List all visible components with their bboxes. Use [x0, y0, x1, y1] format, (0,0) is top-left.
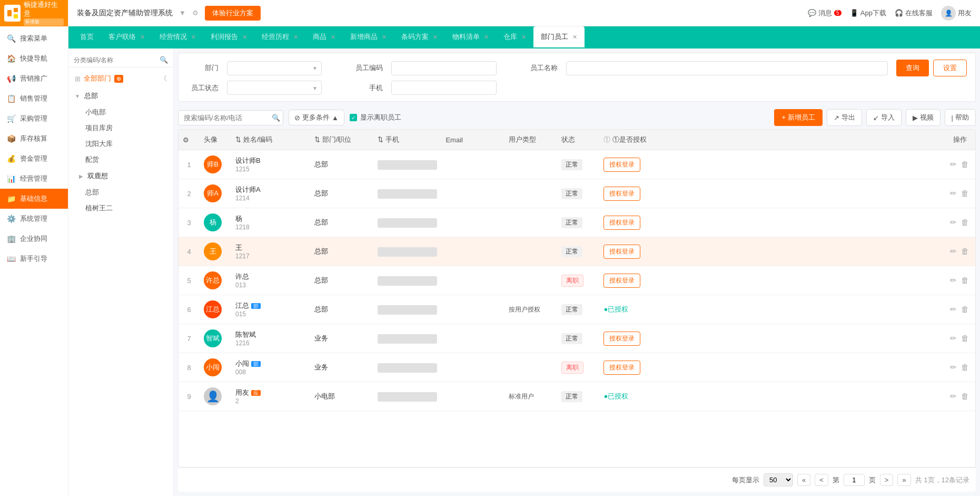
trial-btn[interactable]: 体验行业方案 — [205, 6, 261, 21]
import-btn[interactable]: ↙ 导入 — [866, 109, 902, 126]
message-btn[interactable]: 💬 消息 5 — [808, 8, 842, 18]
online-service-btn[interactable]: 🎧 在线客服 — [895, 8, 933, 18]
delete-icon[interactable]: 🗑 — [961, 363, 969, 372]
dept-child-shenyang[interactable]: 沈阳大库 — [68, 136, 173, 152]
delete-icon[interactable]: 🗑 — [961, 160, 969, 169]
emp-name-input[interactable] — [566, 61, 888, 75]
edit-icon[interactable]: ✏ — [950, 218, 957, 227]
user-menu[interactable]: 👤 用友 — [941, 6, 972, 21]
page-input[interactable] — [844, 474, 865, 486]
export-btn[interactable]: ↗ 导出 — [827, 109, 862, 126]
tab-goods[interactable]: 商品 ✕ — [305, 26, 343, 48]
edit-icon[interactable]: ✏ — [950, 247, 957, 256]
sidebar-item-quick-nav[interactable]: 🏠 快捷导航 — [0, 48, 68, 69]
auth-btn[interactable]: 授权登录 — [603, 332, 640, 346]
sidebar-item-sales[interactable]: 📋 销售管理 — [0, 89, 68, 109]
dept-collapse-icon[interactable]: 《 — [160, 74, 167, 83]
tab-close-warehouse[interactable]: ✕ — [521, 34, 526, 41]
auth-btn[interactable]: 授权登录 — [603, 274, 640, 288]
sidebar-item-guide[interactable]: 📖 新手引导 — [0, 249, 68, 269]
search-input[interactable] — [178, 110, 283, 125]
tab-home[interactable]: 首页 — [73, 26, 101, 48]
delete-icon[interactable]: 🗑 — [961, 276, 969, 285]
auth-btn[interactable]: 授权登录 — [603, 245, 640, 259]
tab-history[interactable]: 经营历程 ✕ — [254, 26, 305, 48]
delete-icon[interactable]: 🗑 — [961, 392, 969, 401]
tab-close-goods[interactable]: ✕ — [331, 34, 335, 41]
show-resigned-checkbox[interactable] — [350, 114, 357, 121]
dept-child-xiangmu[interactable]: 项目库房 — [68, 120, 173, 136]
auth-btn[interactable]: 授权登录 — [603, 187, 640, 201]
tab-close-dept-staff[interactable]: ✕ — [572, 34, 577, 41]
th-phone[interactable]: ⇅ 手机 — [373, 130, 441, 150]
tab-close-customer[interactable]: ✕ — [140, 34, 145, 41]
app-download-btn[interactable]: 📱 App下载 — [850, 8, 886, 18]
emp-status-select[interactable] — [227, 81, 322, 95]
tab-close-operations[interactable]: ✕ — [191, 34, 196, 41]
sidebar-item-marketing[interactable]: 📢 营销推广 — [0, 69, 68, 89]
dept-child-zongbu[interactable]: 总部 — [68, 184, 173, 200]
dept-node-zongbu-parent[interactable]: ▼ 总部 — [68, 87, 173, 104]
th-name[interactable]: ⇅ 姓名/编码 — [231, 130, 310, 150]
tab-new-goods[interactable]: 新增商品 ✕ — [343, 26, 394, 48]
emp-code-input[interactable] — [391, 61, 497, 75]
prev-page-btn[interactable]: < — [815, 474, 828, 486]
edit-icon[interactable]: ✏ — [950, 160, 957, 169]
sidebar-item-basic-info[interactable]: 📁 基础信息 — [0, 189, 68, 209]
dept-node-shuanglu[interactable]: ▶ 双鹿想 — [68, 168, 173, 184]
add-employee-btn[interactable]: + 新增员工 — [774, 109, 822, 126]
tab-close-bom[interactable]: ✕ — [484, 34, 489, 41]
sidebar-item-search-menu[interactable]: 🔍 搜索菜单 — [0, 28, 68, 48]
tab-close-history[interactable]: ✕ — [293, 34, 298, 41]
dept-search-icon[interactable]: 🔍 — [160, 56, 168, 64]
tab-close-profit[interactable]: ✕ — [242, 34, 247, 41]
delete-icon[interactable]: 🗑 — [961, 334, 969, 343]
last-page-btn[interactable]: » — [897, 474, 910, 486]
auth-btn[interactable]: 授权登录 — [603, 158, 640, 172]
tab-bom[interactable]: 物料清单 ✕ — [445, 26, 496, 48]
edit-icon[interactable]: ✏ — [950, 189, 957, 198]
next-page-btn[interactable]: > — [880, 474, 894, 486]
dept-edit-icon[interactable]: ⊕ — [114, 75, 123, 83]
edit-icon[interactable]: ✏ — [950, 276, 957, 285]
edit-icon[interactable]: ✏ — [950, 305, 957, 314]
tab-close-barcode[interactable]: ✕ — [433, 34, 438, 41]
dept-child-xiaodianbu[interactable]: 小电部 — [68, 104, 173, 120]
sidebar-item-inventory[interactable]: 📦 库存核算 — [0, 129, 68, 149]
settings-icon[interactable]: ⚙ — [183, 136, 189, 144]
dept-all-label[interactable]: 全部部门 — [84, 74, 111, 83]
per-page-select[interactable]: 50 100 — [764, 473, 793, 487]
help-btn[interactable]: | 帮助 — [945, 109, 976, 126]
tab-warehouse[interactable]: 仓库 ✕ — [496, 26, 533, 48]
auth-btn[interactable]: 授权登录 — [603, 361, 640, 375]
query-btn[interactable]: 查询 — [896, 60, 929, 76]
delete-icon[interactable]: 🗑 — [961, 305, 969, 314]
search-submit-icon[interactable]: 🔍 — [272, 114, 280, 122]
set-btn[interactable]: 设置 — [933, 60, 967, 76]
sidebar-item-finance[interactable]: 💰 资金管理 — [0, 149, 68, 169]
sidebar-item-system[interactable]: ⚙️ 系统管理 — [0, 209, 68, 229]
tab-operations[interactable]: 经营情况 ✕ — [152, 26, 203, 48]
show-resigned-toggle[interactable]: 显示离职员工 — [350, 113, 401, 122]
tab-close-new-goods[interactable]: ✕ — [382, 34, 387, 41]
first-page-btn[interactable]: « — [797, 474, 810, 486]
tab-dept-staff[interactable]: 部门员工 ✕ — [533, 26, 585, 48]
auth-btn[interactable]: 授权登录 — [603, 216, 640, 230]
delete-icon[interactable]: 🗑 — [961, 247, 969, 256]
edit-icon[interactable]: ✏ — [950, 363, 957, 372]
sidebar-item-enterprise[interactable]: 🏢 企业协同 — [0, 229, 68, 249]
sidebar-item-operations[interactable]: 📊 经营管理 — [0, 169, 68, 189]
dept-search-input[interactable] — [74, 56, 156, 64]
edit-icon[interactable]: ✏ — [950, 334, 957, 343]
dept-select[interactable] — [227, 61, 322, 75]
dept-child-zhishu[interactable]: 植树王二 — [68, 200, 173, 216]
th-dept[interactable]: ⇅ 部门/职位 — [310, 130, 373, 150]
more-filter-btn[interactable]: ⊘ 更多条件 ▲ — [289, 110, 344, 125]
dept-child-peihuo[interactable]: 配货 — [68, 152, 173, 168]
view-btn[interactable]: ▶ 视频 — [906, 109, 941, 126]
topbar-gear-icon[interactable]: ⚙ — [192, 9, 199, 17]
edit-icon[interactable]: ✏ — [950, 392, 957, 401]
phone-input[interactable] — [391, 81, 497, 95]
delete-icon[interactable]: 🗑 — [961, 189, 969, 198]
sidebar-item-purchase[interactable]: 🛒 采购管理 — [0, 109, 68, 129]
